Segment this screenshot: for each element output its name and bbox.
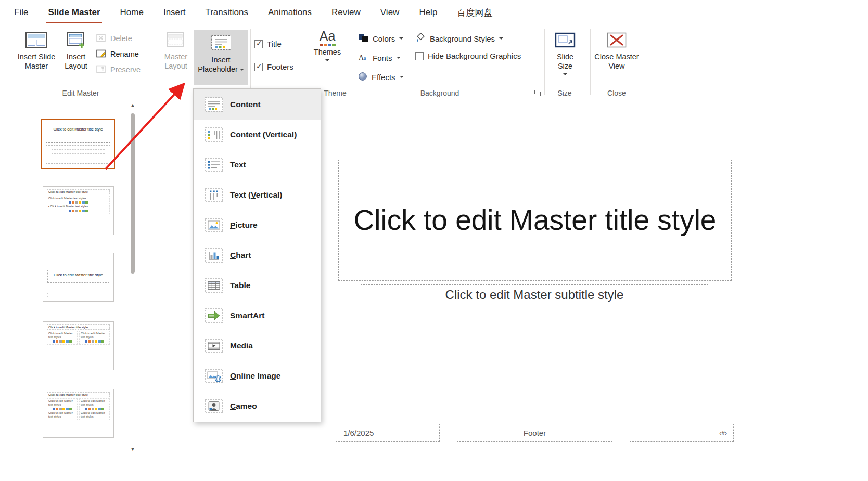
content-icon	[82, 210, 85, 212]
text-icon	[205, 158, 223, 172]
menu-item-label: Media	[230, 341, 253, 350]
content-icon	[62, 340, 65, 343]
slide-thumbnail-2[interactable]: Click to edit Master title styleClick to…	[43, 186, 114, 235]
content-icon	[59, 340, 62, 343]
table-icon	[205, 278, 223, 293]
text-vertical-icon	[205, 188, 223, 202]
thumb-body-text: Click to edit Master text styles	[48, 399, 76, 407]
content-icon	[95, 408, 97, 410]
slide-thumbnail-5[interactable]: Click to edit Master title styleClick to…	[43, 389, 114, 438]
content-icon	[79, 201, 81, 204]
content-icons	[81, 340, 108, 343]
content-icon	[98, 408, 101, 410]
content-icon	[88, 340, 91, 343]
content-icon	[92, 340, 94, 343]
smartart-icon	[205, 308, 223, 323]
menu-item-smartart[interactable]: SmartArt	[194, 301, 321, 331]
thumbnail-scrollbar[interactable]: ▲ ▼	[129, 101, 137, 453]
content-icons	[81, 408, 108, 410]
thumb-body: Click to edit Master text stylesClick to…	[47, 331, 110, 345]
insert-placeholder-menu: ContentContent (Vertical)TextText (Verti…	[193, 88, 321, 422]
content-icons	[48, 408, 76, 410]
scroll-up-button[interactable]: ▲	[129, 101, 137, 109]
content-icon	[85, 408, 87, 410]
scroll-down-button[interactable]: ▼	[129, 445, 137, 453]
menu-item-text[interactable]: Text	[194, 150, 321, 180]
content-icon	[101, 340, 104, 343]
slide-thumbnail-1[interactable]: Click to edit Master title style	[41, 119, 115, 169]
menu-item-label: Picture	[230, 220, 258, 230]
thumb-body-text: Click to edit Master text styles	[81, 411, 108, 419]
cameo-icon	[205, 399, 223, 413]
thumb-title: Click to edit Master title style	[46, 124, 110, 143]
thumb-title: Click to edit Master title style	[47, 189, 110, 194]
thumb-column: Click to edit Master text styles	[47, 331, 78, 345]
slide-thumbnail-4[interactable]: Click to edit Master title styleClick to…	[43, 321, 114, 370]
menu-item-content[interactable]: Content	[194, 89, 321, 120]
thumb-body: Click to edit Master text styles• Click …	[47, 196, 110, 214]
content-icon	[98, 340, 101, 343]
thumb-column: Click to edit Master text stylesClick to…	[47, 398, 78, 420]
content-vertical-icon	[205, 127, 223, 142]
menu-item-label: Table	[230, 281, 250, 290]
menu-item-label: Content	[230, 100, 261, 109]
content-icon	[92, 408, 94, 410]
content-icon	[66, 408, 69, 410]
content-icons	[48, 340, 76, 343]
thumb-body-text: Click to edit Master text styles	[81, 332, 108, 339]
content-icon	[69, 210, 71, 212]
content-icon	[53, 340, 55, 343]
content-icon	[88, 408, 91, 410]
content-icon	[72, 210, 74, 212]
menu-item-cameo[interactable]: Cameo	[194, 391, 321, 421]
menu-item-label: SmartArt	[230, 311, 264, 320]
menu-item-media[interactable]: Media	[194, 331, 321, 361]
content-icon	[62, 408, 65, 410]
thumb-column: Click to edit Master text styles	[79, 331, 110, 345]
content-icon	[69, 340, 72, 343]
thumb-body-text: Click to edit Master text styles	[48, 332, 76, 339]
content-icon	[69, 201, 71, 204]
content-icon	[79, 210, 81, 212]
content-icon	[75, 201, 78, 204]
thumb-body-text: Click to edit Master text styles	[48, 411, 76, 419]
menu-item-label: Text	[230, 160, 246, 170]
content-icon	[66, 340, 69, 343]
menu-item-label: Cameo	[230, 401, 257, 411]
content-icons	[48, 201, 108, 204]
content-icon	[101, 408, 104, 410]
picture-icon	[205, 218, 223, 232]
content-icon	[69, 408, 72, 410]
thumb-footer	[47, 293, 109, 297]
menu-item-label: Text (Vertical)	[230, 190, 283, 200]
menu-item-content-vertical[interactable]: Content (Vertical)	[194, 120, 321, 150]
menu-item-table[interactable]: Table	[194, 270, 321, 301]
chart-icon	[205, 248, 223, 263]
menu-item-label: Content (Vertical)	[230, 130, 297, 139]
content-icon	[72, 201, 74, 204]
scrollbar-thumb[interactable]	[131, 113, 135, 274]
menu-item-chart[interactable]: Chart	[194, 240, 321, 270]
content-icon	[56, 408, 58, 410]
thumb-column: Click to edit Master text stylesClick to…	[79, 398, 110, 420]
media-icon	[205, 339, 223, 353]
menu-item-picture[interactable]: Picture	[194, 210, 321, 240]
menu-item-text-vertical[interactable]: Text (Vertical)	[194, 180, 321, 210]
content-icon	[205, 97, 223, 112]
menu-item-online-image[interactable]: Online Image	[194, 361, 321, 391]
content-icon	[85, 210, 88, 212]
slide-thumbnail-3[interactable]: Click to edit Master title style	[43, 253, 114, 302]
content-icons	[48, 210, 108, 212]
content-icon	[95, 340, 97, 343]
thumb-body	[46, 145, 110, 164]
menu-item-label: Chart	[230, 251, 251, 260]
content-icon	[85, 201, 88, 204]
content-icon	[56, 340, 58, 343]
content-icon	[85, 340, 87, 343]
powerpoint-window: FileSlide MasterHomeInsertTransitionsAni…	[0, 0, 868, 481]
content-icon	[75, 210, 78, 212]
thumb-body: Click to edit Master text stylesClick to…	[47, 398, 110, 420]
thumb-body-text: Click to edit Master text styles	[81, 399, 108, 407]
thumb-body-text: Click to edit Master text styles	[48, 197, 108, 200]
thumb-body-text: • Click to edit Master text styles	[48, 205, 108, 209]
